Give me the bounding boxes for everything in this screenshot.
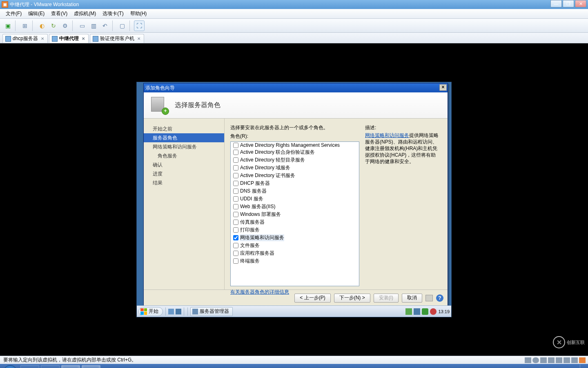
close-icon[interactable]: ✕: [137, 36, 140, 41]
vm-clock[interactable]: 13:19: [438, 309, 450, 314]
vm-desktop[interactable]: 添加角色向导 × + 选择服务器角色 开始之前 服务器角色 网络策略和访问服务 …: [137, 82, 451, 305]
pinned-ie[interactable]: e: [20, 365, 39, 368]
role-checkbox[interactable]: [233, 227, 238, 233]
role-item[interactable]: Active Directory 轻型目录服务: [231, 156, 359, 164]
sidebar-confirm[interactable]: 确认: [144, 160, 224, 169]
role-item[interactable]: DHCP 服务器: [231, 180, 359, 187]
role-checkbox[interactable]: [233, 212, 238, 217]
tab-client[interactable]: 验证使用客户机 ✕: [90, 34, 144, 43]
status-printer-icon[interactable]: [571, 357, 578, 363]
role-checkbox[interactable]: [233, 181, 238, 186]
menu-tabs[interactable]: 选项卡(T): [99, 9, 127, 18]
menu-vm[interactable]: 虚拟机(M): [71, 9, 99, 18]
role-item[interactable]: Windows 部署服务: [231, 211, 359, 218]
wizard-title-bar[interactable]: 添加角色向导 ×: [144, 83, 448, 92]
role-item[interactable]: Active Directory 证书服务: [231, 172, 359, 180]
status-cd-icon[interactable]: [532, 357, 539, 363]
role-checkbox[interactable]: [233, 235, 238, 240]
unity-icon[interactable]: ▢: [117, 20, 127, 31]
role-item[interactable]: 终端服务: [231, 257, 359, 265]
library-icon[interactable]: ⊞: [20, 20, 30, 31]
role-checkbox[interactable]: [233, 251, 238, 256]
status-network-icon[interactable]: [548, 357, 555, 363]
sidebar-results[interactable]: 结果: [144, 178, 224, 187]
pinned-vmware[interactable]: [61, 365, 80, 368]
previous-button[interactable]: < 上一步(P): [294, 294, 330, 303]
status-floppy-icon[interactable]: [540, 357, 547, 363]
role-checkbox[interactable]: [233, 220, 238, 225]
tab-relay-agent[interactable]: 中继代理 ✕: [49, 34, 89, 43]
quick-launch-icon[interactable]: [168, 309, 174, 314]
show-desktop-button[interactable]: [580, 364, 586, 368]
status-hdd-icon[interactable]: [525, 357, 531, 363]
pinned-explorer[interactable]: [41, 365, 60, 368]
tray-network-icon[interactable]: [414, 308, 420, 315]
role-item[interactable]: Active Directory 联合身份验证服务: [231, 148, 359, 156]
menu-help[interactable]: 帮助(H): [127, 9, 150, 18]
power-on-icon[interactable]: ▣: [2, 20, 13, 31]
role-checkbox[interactable]: [233, 157, 238, 163]
minimize-button[interactable]: —: [550, 0, 562, 7]
print-icon[interactable]: [425, 295, 433, 301]
role-checkbox[interactable]: [233, 204, 238, 209]
revert-icon[interactable]: ↶: [100, 20, 110, 31]
quick-launch-icon[interactable]: [176, 309, 181, 314]
suspend-icon[interactable]: ◐: [37, 20, 47, 31]
role-item[interactable]: 网络策略和访问服务: [231, 234, 359, 242]
role-checkbox[interactable]: [233, 150, 238, 155]
role-item[interactable]: 打印服务: [231, 226, 359, 234]
menu-file[interactable]: 文件(F): [2, 9, 25, 18]
status-sound-icon[interactable]: [564, 357, 570, 363]
description-link[interactable]: 网络策略和访问服务: [365, 132, 409, 138]
role-checkbox[interactable]: [233, 143, 238, 148]
role-item[interactable]: 传真服务器: [231, 218, 359, 226]
sidebar-before-begin[interactable]: 开始之前: [144, 124, 224, 133]
wizard-close-button[interactable]: ×: [439, 84, 447, 91]
roles-list[interactable]: Active Directory Rights Management Servi…: [230, 141, 359, 286]
sidebar-progress[interactable]: 进度: [144, 169, 224, 178]
pinned-word[interactable]: W: [82, 365, 100, 368]
role-checkbox[interactable]: [233, 243, 238, 248]
status-usb-icon[interactable]: [556, 357, 562, 363]
sidebar-npas[interactable]: 网络策略和访问服务: [144, 142, 224, 151]
close-icon[interactable]: ✕: [82, 36, 85, 41]
menu-edit[interactable]: 编辑(E): [25, 9, 48, 18]
role-checkbox[interactable]: [233, 173, 238, 178]
vmware-content[interactable]: 添加角色向导 × + 选择服务器角色 开始之前 服务器角色 网络策略和访问服务 …: [0, 43, 588, 356]
start-orb[interactable]: [2, 364, 19, 368]
menu-view[interactable]: 查看(V): [48, 9, 71, 18]
role-checkbox[interactable]: [233, 188, 238, 194]
tray-volume-icon[interactable]: [430, 308, 437, 315]
role-label: Web 服务器(IIS): [240, 203, 275, 210]
role-item[interactable]: UDDI 服务: [231, 195, 359, 203]
role-item[interactable]: Web 服务器(IIS): [231, 203, 359, 211]
next-button[interactable]: 下一步(N) >: [334, 294, 370, 303]
role-checkbox[interactable]: [233, 196, 238, 202]
tray-shield-icon[interactable]: [422, 308, 428, 315]
tab-dhcp-server[interactable]: dhcp服务器 ✕: [2, 34, 48, 43]
settings-icon[interactable]: ⚙: [60, 20, 70, 31]
close-button[interactable]: ✕: [575, 0, 586, 7]
status-message-icon[interactable]: [579, 357, 586, 363]
role-item[interactable]: 应用程序服务器: [231, 249, 359, 257]
maximize-button[interactable]: ❐: [563, 0, 574, 7]
sidebar-role-services[interactable]: 角色服务: [144, 151, 224, 160]
fullscreen-icon[interactable]: ⛶: [134, 20, 145, 31]
sidebar-server-roles[interactable]: 服务器角色: [144, 133, 224, 142]
close-icon[interactable]: ✕: [41, 36, 44, 41]
cancel-button[interactable]: 取消: [402, 294, 422, 303]
role-item[interactable]: Active Directory 域服务: [231, 164, 359, 172]
role-label: 应用程序服务器: [240, 250, 274, 257]
tray-icon[interactable]: [405, 308, 412, 315]
role-item[interactable]: 文件服务: [231, 242, 359, 249]
role-checkbox[interactable]: [233, 165, 238, 171]
snapshot-icon[interactable]: ▭: [77, 20, 87, 31]
role-item[interactable]: Active Directory Rights Management Servi…: [231, 142, 359, 148]
role-item[interactable]: DNS 服务器: [231, 187, 359, 195]
role-checkbox[interactable]: [233, 258, 238, 264]
restart-icon[interactable]: ↻: [48, 20, 59, 31]
help-icon[interactable]: ?: [436, 294, 443, 302]
snapshot-manager-icon[interactable]: ▥: [88, 20, 99, 31]
taskbar-server-manager[interactable]: 服务器管理器: [190, 307, 233, 316]
start-button[interactable]: 开始: [138, 307, 163, 316]
